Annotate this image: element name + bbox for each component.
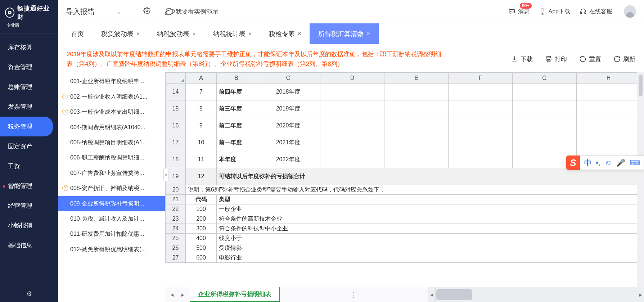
cell[interactable] xyxy=(449,151,513,168)
tab-tax-expert[interactable]: 税检专家× xyxy=(260,23,310,44)
sheet-scroll[interactable]: A B C D E F G H 147前四年度2018年度158前三年度2019… xyxy=(165,72,644,287)
sidebar-item-basic[interactable]: 基础信息 xyxy=(0,235,58,255)
cell[interactable] xyxy=(577,134,641,151)
col-header-c[interactable]: C xyxy=(256,73,320,84)
report-item-003[interactable]: ?003-一般企业成本支出明细... xyxy=(58,104,165,120)
sheet-tab[interactable]: 企业所得税弥补亏损明细表 xyxy=(190,287,280,302)
report-item-002[interactable]: ?002-一般企业收入明细表(A1... xyxy=(58,89,165,104)
cell[interactable] xyxy=(320,117,384,134)
sidebar-item-salary[interactable]: 工资 xyxy=(0,156,58,176)
avatar[interactable] xyxy=(624,5,636,18)
cell[interactable]: 20 xyxy=(166,185,186,195)
report-item-006[interactable]: 006-职工薪酬纳税调整明细... xyxy=(58,150,165,165)
cell[interactable]: 前一年度 xyxy=(217,134,256,151)
cell[interactable]: 2019年度 xyxy=(256,100,320,117)
close-icon[interactable]: × xyxy=(248,31,252,37)
report-item-009[interactable]: 009-企业所得税弥补亏损明... xyxy=(58,196,165,211)
ime-toolbar[interactable]: S 中 •, ☺ 🎤 ⌨ xyxy=(566,155,644,170)
tab-tax-burden[interactable]: 税负波动表× xyxy=(93,23,148,44)
cell[interactable] xyxy=(577,117,641,134)
download-button[interactable]: 下载 xyxy=(511,55,533,63)
tab-tax-payment[interactable]: 纳税波动表× xyxy=(148,23,204,44)
cell[interactable] xyxy=(320,84,384,100)
cell[interactable]: 12 xyxy=(186,168,217,185)
scroll-right-icon[interactable]: ► xyxy=(637,287,644,302)
cell[interactable] xyxy=(513,100,577,117)
report-item-005[interactable]: 005-纳税调整项目明细表(A1... xyxy=(58,135,165,150)
sidebar-item-asset[interactable]: 固定资产 xyxy=(0,136,58,156)
col-header-d[interactable]: D xyxy=(320,73,384,84)
sheet-menu-icon[interactable]: ⋮ xyxy=(280,287,428,302)
scroll-left-icon[interactable]: ◄ xyxy=(428,287,436,302)
cell[interactable]: 100 xyxy=(186,204,217,214)
cell[interactable]: 21 xyxy=(166,195,186,204)
horizontal-scrollbar[interactable]: ◄ ► xyxy=(428,287,644,302)
cell[interactable]: 300 xyxy=(186,224,217,234)
sidebar-item-inventory[interactable]: 库存核算 xyxy=(0,37,58,57)
cell[interactable] xyxy=(384,100,449,117)
cell[interactable]: 可结转以后年度弥补的亏损额合计 xyxy=(217,168,641,185)
cell[interactable]: 9 xyxy=(186,117,217,134)
report-item-001[interactable]: 001-企业所得税年度纳税申... xyxy=(58,74,165,89)
cell[interactable]: 受疫情影 xyxy=(217,243,641,253)
cell[interactable] xyxy=(384,134,449,151)
col-header-b[interactable]: B xyxy=(217,73,256,84)
sheet-prev-icon[interactable]: ◄ xyxy=(170,292,175,298)
cell[interactable] xyxy=(320,151,384,168)
breadcrumb-title[interactable]: 导入报错 xyxy=(66,7,95,17)
cell[interactable]: 17 xyxy=(166,134,186,151)
report-item-004[interactable]: 004-期间费用明细表(A1040... xyxy=(58,120,165,135)
refresh-button[interactable]: 刷新 xyxy=(613,55,635,63)
select-all-corner[interactable] xyxy=(166,73,186,84)
cell[interactable]: 200 xyxy=(186,214,217,224)
ime-mic-icon[interactable]: 🎤 xyxy=(616,158,625,167)
cell[interactable]: 代码 xyxy=(186,195,217,204)
cell[interactable] xyxy=(384,151,449,168)
sidebar-item-invoice[interactable]: 发票管理 xyxy=(0,97,58,117)
cell[interactable] xyxy=(449,100,513,117)
tab-home[interactable]: 首页 xyxy=(62,23,93,44)
cell[interactable]: 本年度 xyxy=(217,151,256,168)
cell[interactable] xyxy=(577,84,641,100)
cell[interactable]: 500 xyxy=(186,243,217,253)
sidebar-item-funds[interactable]: 资金管理 xyxy=(0,57,58,77)
close-icon[interactable]: × xyxy=(136,31,140,37)
report-item-012[interactable]: 012-减免所得税优惠明细表(... xyxy=(58,242,165,257)
cell[interactable] xyxy=(513,117,577,134)
close-icon[interactable]: × xyxy=(366,31,370,37)
cell[interactable]: 7 xyxy=(186,84,217,100)
cell[interactable] xyxy=(384,84,449,100)
cell[interactable]: 前三年度 xyxy=(217,100,256,117)
close-icon[interactable]: × xyxy=(192,31,195,37)
col-header-h[interactable]: H xyxy=(577,73,641,84)
cell[interactable]: 27 xyxy=(166,253,186,263)
cell[interactable]: 24 xyxy=(166,224,186,234)
cell[interactable] xyxy=(449,84,513,100)
reset-button[interactable]: 重置 xyxy=(579,55,601,63)
chevron-down-icon[interactable]: ⌄ xyxy=(102,8,136,15)
cell[interactable]: 26 xyxy=(166,243,186,253)
cell[interactable]: 类型 xyxy=(217,195,641,204)
ime-punct-icon[interactable]: •, xyxy=(596,159,600,167)
customer-service-button[interactable]: 在线客服 xyxy=(580,8,612,15)
cell[interactable]: 18 xyxy=(166,151,186,168)
report-item-010[interactable]: 010-免税、减计收入及加计... xyxy=(58,211,165,226)
demo-link[interactable]: 我要看实例演示 xyxy=(166,8,219,16)
cell[interactable]: 14 xyxy=(166,84,186,100)
cell[interactable]: 说明：第6列"弥补亏损企业类型"需要手动输入对应代码，代码对应关系如下： xyxy=(186,185,641,195)
sidebar-item-tax[interactable]: 税务管理 xyxy=(0,117,53,136)
print-button[interactable]: 打印 xyxy=(545,55,567,63)
col-header-f[interactable]: F xyxy=(449,73,513,84)
cell[interactable] xyxy=(449,134,513,151)
sidebar-item-expense[interactable]: 小畅报销 xyxy=(0,216,58,235)
sidebar-item-business[interactable]: 经营管理 xyxy=(0,196,58,216)
cell[interactable]: 16 xyxy=(166,117,186,134)
scrollbar-thumb[interactable] xyxy=(436,289,472,300)
ime-language[interactable]: 中 xyxy=(584,158,591,168)
ime-emoji-icon[interactable]: ☺ xyxy=(605,159,612,167)
cell[interactable]: 10 xyxy=(186,134,217,151)
cell[interactable]: 2020年度 xyxy=(256,117,320,134)
cell[interactable] xyxy=(577,100,641,117)
close-icon[interactable]: × xyxy=(298,31,301,37)
cell[interactable]: 电影行业 xyxy=(217,253,641,263)
